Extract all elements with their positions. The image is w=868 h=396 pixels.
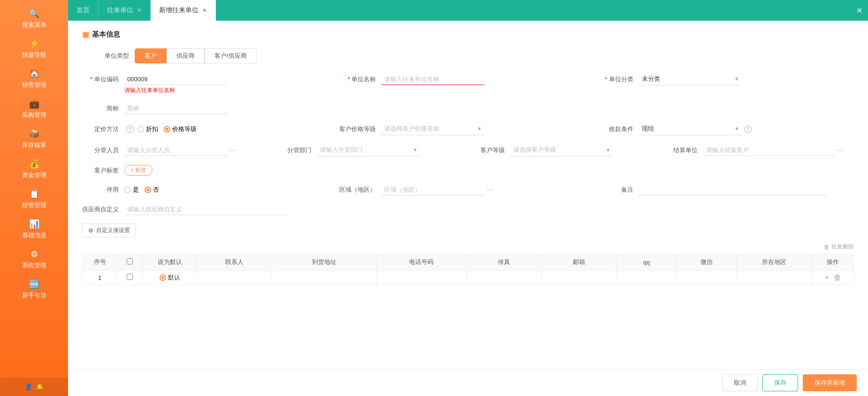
region-dots-btn[interactable]: ··· bbox=[485, 186, 495, 194]
tab-partners-close[interactable]: ✕ bbox=[137, 7, 142, 14]
unit-code-input[interactable] bbox=[124, 74, 228, 85]
close-all-tabs-button[interactable]: ✕ bbox=[856, 6, 862, 15]
default-radio[interactable]: 默认 bbox=[147, 273, 192, 282]
select-all-checkbox[interactable] bbox=[127, 258, 133, 264]
unit-category-value: 未分类 bbox=[642, 75, 660, 83]
sidebar-item-basic[interactable]: 📊 基础信息 bbox=[0, 214, 68, 244]
radio-price-level-dot bbox=[164, 126, 170, 132]
pricing-help-icon[interactable]: ? bbox=[126, 125, 134, 133]
manager-input[interactable] bbox=[124, 145, 228, 156]
section-title-text: 基本信息 bbox=[92, 30, 120, 39]
remark-field: 备注 bbox=[597, 184, 854, 195]
pricing-radio-group: 折扣 价格等级 bbox=[137, 125, 197, 133]
save-new-button[interactable]: 保存并新增 bbox=[803, 374, 857, 391]
type-btn-both[interactable]: 客户/供应商 bbox=[205, 48, 257, 63]
col-phone: 电话号码 bbox=[376, 254, 466, 271]
radio-yes[interactable]: 是 bbox=[124, 186, 139, 194]
sidebar-bottom: 👤 🔔 bbox=[0, 378, 68, 396]
qq-input[interactable] bbox=[632, 274, 661, 281]
supplier-custom-input[interactable] bbox=[124, 204, 289, 215]
region-input[interactable] bbox=[381, 184, 485, 195]
cell-default: 默认 bbox=[143, 271, 197, 285]
payment-terms-select[interactable]: 现结 ▼ bbox=[639, 123, 742, 135]
custom-settings-button[interactable]: ⚙ 自定义项设置 bbox=[82, 224, 136, 237]
tab-new-partner[interactable]: 新增往来单位 ✕ bbox=[151, 0, 216, 21]
manager-dots-btn[interactable]: ··· bbox=[228, 146, 237, 155]
sidebar: 🔍 搜索菜单 ⚡ 快捷导航 🏠 销售管理 💼 采购管理 📦 库存核算 💰 资金管… bbox=[0, 0, 68, 396]
radio-price-level[interactable]: 价格等级 bbox=[164, 125, 197, 133]
disabled-radio-group: 是 否 bbox=[124, 186, 159, 194]
save-button[interactable]: 保存 bbox=[762, 374, 798, 391]
unit-category-field: 单位分类 未分类 ▼ bbox=[597, 73, 854, 85]
sidebar-item-operations[interactable]: 📋 经营管理 bbox=[0, 184, 68, 214]
payment-terms-field: 收款条件 现结 ▼ ? bbox=[597, 123, 854, 135]
payment-help-icon[interactable]: ? bbox=[744, 125, 752, 133]
type-btn-supplier[interactable]: 供应商 bbox=[167, 48, 205, 63]
type-btn-customer[interactable]: 客户 bbox=[135, 48, 167, 63]
cancel-button[interactable]: 取消 bbox=[722, 374, 758, 391]
sidebar-item-search[interactable]: 🔍 搜索菜单 bbox=[0, 4, 68, 34]
address-input[interactable] bbox=[296, 274, 352, 281]
sidebar-item-quicknav[interactable]: ⚡ 快捷导航 bbox=[0, 34, 68, 64]
cell-wechat bbox=[677, 271, 737, 285]
settlement-unit-label: 结算单位 bbox=[661, 146, 703, 155]
unit-category-chevron: ▼ bbox=[734, 76, 739, 82]
form-row-5: 客户标签 + 标签 bbox=[82, 165, 854, 176]
sidebar-item-inventory[interactable]: 📦 库存核算 bbox=[0, 124, 68, 154]
add-tag-button[interactable]: + 标签 bbox=[124, 165, 152, 176]
remark-input[interactable] bbox=[639, 184, 827, 195]
fax-input[interactable] bbox=[485, 274, 523, 281]
department-select[interactable]: 请输入分管部门 ▼ bbox=[317, 144, 420, 156]
radio-no[interactable]: 否 bbox=[145, 186, 159, 194]
contact-input[interactable] bbox=[215, 274, 253, 281]
sidebar-item-system[interactable]: ⚙ 系统管理 bbox=[0, 244, 68, 274]
col-fax: 传真 bbox=[466, 254, 541, 271]
phone-input[interactable] bbox=[398, 274, 445, 281]
trash-icon: 🗑 bbox=[824, 244, 830, 250]
settlement-unit-input[interactable] bbox=[703, 145, 835, 156]
delete-row-button[interactable]: 🗑 bbox=[834, 273, 841, 282]
unit-type-label: 单位类型 bbox=[82, 52, 129, 60]
manager-field: 分管人员 ··· bbox=[82, 145, 275, 156]
tab-home[interactable]: 首页 bbox=[68, 0, 99, 21]
cell-email bbox=[541, 271, 617, 285]
radio-discount-label: 折扣 bbox=[146, 125, 158, 133]
customer-level-chevron: ▼ bbox=[606, 147, 611, 153]
unit-name-input[interactable] bbox=[381, 74, 485, 85]
cell-region bbox=[737, 271, 812, 285]
custom-settings-label: 自定义项设置 bbox=[96, 226, 130, 234]
sidebar-item-guide[interactable]: 🆕 新手引导 bbox=[0, 274, 68, 304]
unit-category-select[interactable]: 未分类 ▼ bbox=[639, 73, 742, 85]
tab-new-partner-close[interactable]: ✕ bbox=[202, 7, 207, 14]
batch-delete-button[interactable]: 🗑 批量删除 bbox=[82, 243, 854, 251]
col-email: 邮箱 bbox=[541, 254, 617, 271]
row-region-input[interactable] bbox=[755, 274, 793, 281]
row-actions: + 🗑 bbox=[817, 273, 849, 282]
col-actions: 操作 bbox=[812, 254, 853, 271]
customer-level-label: 客户等级 bbox=[468, 146, 510, 155]
tab-partners[interactable]: 往来单位 ✕ bbox=[99, 0, 151, 21]
form-row-1: 单位编码 单位名称 单位分类 未分类 ▼ 请输入 bbox=[82, 73, 854, 94]
row-checkbox[interactable] bbox=[127, 274, 133, 280]
manager-label: 分管人员 bbox=[82, 146, 124, 155]
form-row-4: 分管人员 ··· 分管部门 请输入分管部门 ▼ 客户等级 请选择客户等级 ▼ bbox=[82, 144, 854, 156]
radio-discount[interactable]: 折扣 bbox=[137, 125, 158, 133]
sidebar-item-label: 采购管理 bbox=[22, 111, 46, 119]
sidebar-item-purchase[interactable]: 💼 采购管理 bbox=[0, 94, 68, 124]
col-region: 所在地区 bbox=[737, 254, 812, 271]
sidebar-item-finance[interactable]: 💰 资金管理 bbox=[0, 154, 68, 184]
customer-price-level-select[interactable]: 请选择客户价格等级 ▼ bbox=[381, 123, 485, 135]
customer-level-select[interactable]: 请选择客户等级 ▼ bbox=[510, 144, 614, 156]
settlement-unit-dots-btn[interactable]: ··· bbox=[835, 146, 845, 155]
unit-name-error: 请输入往来单位名称 bbox=[124, 86, 854, 94]
wechat-input[interactable] bbox=[693, 274, 721, 281]
sidebar-item-label: 新手引导 bbox=[22, 291, 46, 300]
sidebar-item-sales[interactable]: 🏠 销售管理 bbox=[0, 64, 68, 94]
short-name-input[interactable] bbox=[124, 103, 228, 114]
cell-qq bbox=[617, 271, 677, 285]
batch-delete-label: 批量删除 bbox=[831, 243, 854, 251]
unit-name-label: 单位名称 bbox=[339, 75, 381, 84]
guide-icon: 🆕 bbox=[29, 279, 39, 289]
add-row-button[interactable]: + bbox=[824, 273, 829, 282]
email-input[interactable] bbox=[560, 274, 598, 281]
